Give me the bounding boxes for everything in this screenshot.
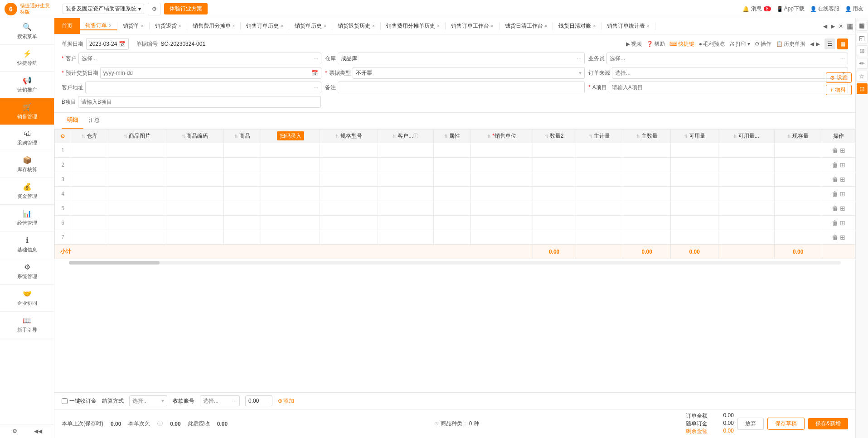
tab-sales-return[interactable]: 销货退货 ×: [150, 22, 187, 30]
tab-sales-goods[interactable]: 销货单 ×: [117, 22, 150, 30]
operations-btn[interactable]: ⚙ 操作: [755, 40, 771, 48]
sidebar-item-guide[interactable]: 📖 新手引导: [0, 312, 54, 338]
view-video-btn[interactable]: ▶ 视频: [626, 40, 642, 48]
invoice-type-select[interactable]: 不开票 ▾: [353, 67, 585, 79]
one-key-deposit-checkbox[interactable]: 一键收订金: [62, 397, 97, 405]
tab-sales-split[interactable]: 销售费用分摊单 ×: [187, 22, 241, 30]
order-source-select[interactable]: ▾: [612, 67, 848, 79]
close-icon[interactable]: ×: [545, 24, 548, 29]
close-icon[interactable]: ×: [647, 24, 650, 29]
one-key-deposit-input[interactable]: [62, 398, 68, 404]
profit-preview-btn[interactable]: ● 毛利预览: [699, 40, 725, 48]
delete-row-btn[interactable]: 🗑: [832, 205, 838, 212]
tab-daily-workbench[interactable]: 钱货日清工作台 ×: [499, 22, 553, 30]
copy-row-btn[interactable]: ⊞: [840, 205, 845, 212]
receipt-no-select[interactable]: ···: [200, 395, 240, 406]
sidebar-item-marketing[interactable]: 📢 营销推广: [0, 72, 54, 98]
invoice-dropdown-icon[interactable]: ▾: [579, 70, 582, 76]
info-icon[interactable]: ⓘ: [413, 133, 418, 139]
sort-icon[interactable]: ⇅: [393, 134, 398, 139]
sort-icon[interactable]: ⇅: [787, 134, 792, 139]
delete-row-btn[interactable]: 🗑: [832, 190, 838, 197]
notes-text-input[interactable]: [341, 84, 582, 91]
sidebar-item-search[interactable]: 🔍 搜索菜单: [0, 18, 54, 45]
tab-goods-history[interactable]: 销货单历史 ×: [289, 22, 332, 30]
sidebar-item-system[interactable]: ⚙ 系统管理: [0, 258, 54, 285]
prev-record-btn[interactable]: ◀: [810, 41, 814, 47]
save-new-button[interactable]: 保存&新增: [808, 418, 848, 429]
close-icon[interactable]: ×: [437, 24, 440, 29]
receipt-more-btn[interactable]: ···: [232, 398, 237, 404]
tab-close-all[interactable]: ✕: [837, 23, 845, 29]
copy-row-btn[interactable]: ⊞: [840, 176, 845, 183]
calendar2-icon[interactable]: 📅: [311, 70, 318, 76]
payment-amount-input[interactable]: 0.00: [245, 395, 272, 406]
help-btn[interactable]: ❓ 帮助: [646, 40, 665, 48]
add-material-btn[interactable]: + 物料: [826, 85, 852, 95]
close-icon[interactable]: ×: [281, 24, 283, 29]
a-project-input[interactable]: [609, 82, 848, 93]
sidebar-collapse-icon[interactable]: ◀◀: [34, 428, 42, 434]
copy-row-btn[interactable]: ⊞: [840, 219, 845, 226]
tab-split-history[interactable]: 销售费用分摊单历史 ×: [381, 22, 446, 30]
sidebar-item-basic-info[interactable]: ℹ 基础信息: [0, 231, 54, 258]
sort-icon[interactable]: ⇅: [545, 134, 550, 139]
sort-icon[interactable]: ⇅: [444, 134, 449, 139]
close-icon[interactable]: ×: [372, 24, 375, 29]
delete-row-btn[interactable]: 🗑: [832, 147, 838, 154]
user-menu[interactable]: 👤 用友: [845, 5, 863, 13]
sort-icon[interactable]: ⇅: [733, 134, 738, 139]
receipt-no-input[interactable]: [203, 398, 230, 404]
sidebar-item-finance[interactable]: 💰 资金管理: [0, 178, 54, 205]
tab-expand-icon[interactable]: ▦: [845, 22, 855, 30]
sort-icon[interactable]: ⇅: [182, 134, 187, 139]
sidebar-item-quicknav[interactable]: ⚡ 快捷导航: [0, 45, 54, 72]
app-download-link[interactable]: 📱 App下载: [776, 5, 805, 13]
system-settings-button[interactable]: ⚙: [148, 3, 160, 15]
delivery-date-input[interactable]: 📅: [100, 67, 321, 79]
sort-icon[interactable]: ⇅: [684, 134, 689, 139]
b-project-text-input[interactable]: [81, 99, 318, 105]
system-title-dropdown[interactable]: 装备及固定资产辅助管理系统 ▾: [63, 4, 144, 14]
close-icon[interactable]: ×: [593, 24, 596, 29]
sort-icon[interactable]: ⇅: [636, 134, 641, 139]
right-tool-expand[interactable]: ◱: [857, 33, 868, 43]
tab-home[interactable]: 首页: [54, 18, 80, 34]
tab-nav-prev[interactable]: ◀: [821, 23, 829, 29]
warehouse-more-btn[interactable]: ···: [577, 55, 582, 62]
notes-input[interactable]: [338, 82, 585, 93]
print-btn[interactable]: 🖨 打印 ▾: [729, 40, 750, 48]
calendar-icon[interactable]: 📅: [119, 41, 126, 47]
sidebar-item-inventory[interactable]: 📦 库存核算: [0, 151, 54, 178]
close-icon[interactable]: ×: [109, 23, 112, 28]
order-source-input[interactable]: [615, 70, 840, 76]
settlement-dropdown[interactable]: ▾: [161, 398, 164, 404]
delete-row-btn[interactable]: 🗑: [832, 219, 838, 226]
close-icon[interactable]: ×: [491, 24, 494, 29]
customer-input[interactable]: ···: [78, 53, 321, 64]
sort-icon[interactable]: ⇅: [589, 134, 594, 139]
right-tool-config[interactable]: ✏: [857, 58, 868, 69]
col-settings[interactable]: ⚙: [55, 130, 71, 143]
discard-button[interactable]: 放弃: [737, 418, 764, 430]
settlement-select[interactable]: ▾: [129, 395, 167, 406]
copy-row-btn[interactable]: ⊞: [840, 234, 845, 241]
copy-row-btn[interactable]: ⊞: [840, 190, 845, 197]
staff-more-btn[interactable]: ···: [840, 55, 845, 62]
a-project-text-input[interactable]: [612, 84, 845, 91]
delete-row-btn[interactable]: 🗑: [832, 161, 838, 168]
staff-input[interactable]: ···: [606, 53, 848, 64]
next-record-btn[interactable]: ▶: [816, 41, 820, 47]
prev-debt-info-icon[interactable]: ⓘ: [157, 420, 163, 428]
sidebar-settings-icon[interactable]: ⚙: [12, 428, 17, 434]
right-tool-detail[interactable]: ⊡: [857, 83, 868, 94]
warehouse-input[interactable]: 成品库 ···: [338, 53, 585, 64]
delete-row-btn[interactable]: 🗑: [832, 176, 838, 183]
sort-icon[interactable]: ⇅: [234, 134, 239, 139]
save-draft-button[interactable]: 保存草稿: [767, 418, 805, 430]
close-icon[interactable]: ×: [324, 24, 326, 29]
tab-sales-order-history[interactable]: 销售订单历史 ×: [241, 22, 289, 30]
settings-panel-btn[interactable]: ⚙ 设置: [826, 72, 852, 83]
copy-row-btn[interactable]: ⊞: [840, 161, 845, 168]
sidebar-item-operations[interactable]: 📊 经营管理: [0, 205, 54, 231]
